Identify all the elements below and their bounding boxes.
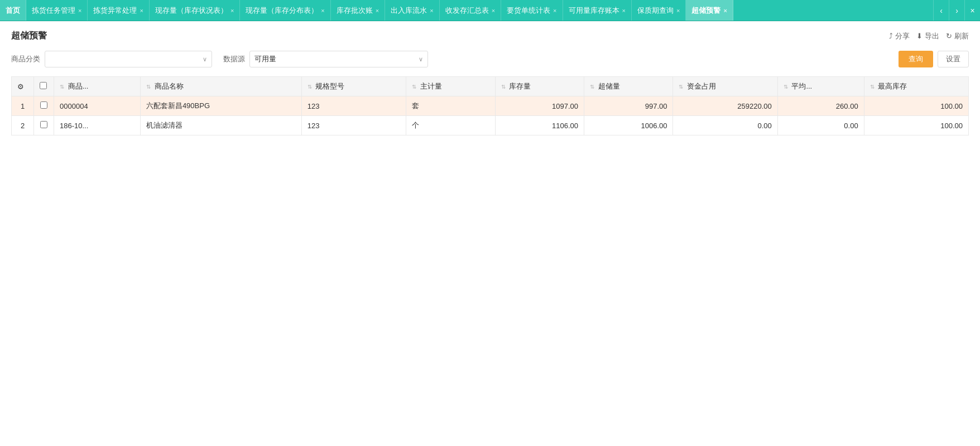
col-over-qty[interactable]: ⇅ 超储量 xyxy=(584,77,672,96)
settings-button[interactable]: 设置 xyxy=(938,51,969,67)
close-tab-1[interactable]: × xyxy=(78,7,81,14)
sort-icon: ⇅ xyxy=(870,84,875,90)
nav-tab-11[interactable]: 超储预警 × xyxy=(686,0,733,21)
sort-icon: ⇅ xyxy=(308,84,312,90)
capital-used-cell: 259220.00 xyxy=(673,96,777,116)
col-product-code[interactable]: ⇅ 商品... xyxy=(54,77,141,96)
sort-icon: ⇅ xyxy=(60,84,64,90)
row-num: 1 xyxy=(12,96,34,116)
col-product-name[interactable]: ⇅ 商品名称 xyxy=(140,77,301,96)
over-qty-cell: 1006.00 xyxy=(584,116,672,135)
datasource-value: 可用量 xyxy=(254,54,276,64)
row-num: 2 xyxy=(12,116,34,135)
refresh-btn[interactable]: ↻ 刷新 xyxy=(946,31,969,41)
query-button[interactable]: 查询 xyxy=(899,51,933,67)
sort-icon: ⇅ xyxy=(412,84,416,90)
nav-tab-8[interactable]: 要货单统计表 × xyxy=(501,0,563,21)
category-select[interactable]: ∨ xyxy=(45,51,212,67)
close-tab-4[interactable]: × xyxy=(321,7,324,14)
nav-prev-btn[interactable]: ‹ xyxy=(933,0,949,21)
close-tab-2[interactable]: × xyxy=(140,7,143,14)
col-capital-used[interactable]: ⇅ 资金占用 xyxy=(673,77,777,96)
col-gear[interactable]: ⚙ xyxy=(12,77,34,96)
close-tab-10[interactable]: × xyxy=(676,7,680,14)
close-tab-6[interactable]: × xyxy=(430,7,433,14)
select-all-checkbox[interactable] xyxy=(40,82,47,89)
filter-actions: 查询 设置 xyxy=(899,51,969,67)
max-stock-cell: 100.00 xyxy=(864,96,968,116)
refresh-icon: ↻ xyxy=(946,32,952,40)
nav-tab-9[interactable]: 可用量库存账本 × xyxy=(563,0,632,21)
close-tab-11[interactable]: × xyxy=(723,7,727,14)
col-spec[interactable]: ⇅ 规格型号 xyxy=(301,77,406,96)
row-checkbox[interactable] xyxy=(40,121,47,128)
category-label: 商品分类 xyxy=(11,54,40,64)
nav-tab-4[interactable]: 现存量（库存分布表） × xyxy=(240,0,330,21)
over-qty-cell: 997.00 xyxy=(584,96,672,116)
page-content: 超储预警 ⤴ 分享 ⬇ 导出 ↻ 刷新 商品分类 ∨ 数据源 xyxy=(0,21,980,446)
spec-cell: 123 xyxy=(301,96,406,116)
nav-tab-6[interactable]: 出入库流水 × xyxy=(385,0,439,21)
datasource-chevron-down-icon: ∨ xyxy=(419,56,423,63)
product-code-cell: 186-10... xyxy=(54,116,141,135)
col-unit[interactable]: ⇅ 主计量 xyxy=(406,77,495,96)
table-header: ⚙ ⇅ 商品... ⇅ 商品名称 ⇅ 规格型号 ⇅ xyxy=(12,77,969,96)
sort-icon: ⇅ xyxy=(146,84,151,90)
nav-tab-1[interactable]: 拣货任务管理 × xyxy=(26,0,88,21)
spec-cell: 123 xyxy=(301,116,406,135)
avg-cell: 0.00 xyxy=(777,116,864,135)
col-checkbox xyxy=(34,77,54,96)
close-tab-3[interactable]: × xyxy=(230,7,234,14)
category-filter: 商品分类 ∨ xyxy=(11,51,212,67)
row-checkbox-cell xyxy=(34,116,54,135)
unit-cell: 个 xyxy=(406,116,495,135)
product-code-cell: 0000004 xyxy=(54,96,141,116)
datasource-select[interactable]: 可用量 ∨ xyxy=(249,51,428,67)
export-btn[interactable]: ⬇ 导出 xyxy=(916,31,939,41)
export-icon: ⬇ xyxy=(916,32,923,40)
nav-tab-2[interactable]: 拣货异常处理 × xyxy=(88,0,149,21)
datasource-filter: 数据源 可用量 ∨ xyxy=(223,51,428,67)
page-title: 超储预警 xyxy=(11,30,47,42)
product-name-cell: 机油滤清器 xyxy=(140,116,301,135)
table-row: 2 186-10... 机油滤清器 123 个 1106.00 1006.00 … xyxy=(12,116,969,135)
data-table: ⚙ ⇅ 商品... ⇅ 商品名称 ⇅ 规格型号 ⇅ xyxy=(11,76,969,135)
category-chevron-down-icon: ∨ xyxy=(203,56,207,63)
close-tab-9[interactable]: × xyxy=(622,7,626,14)
nav-close-btn[interactable]: × xyxy=(964,0,980,21)
datasource-label: 数据源 xyxy=(223,54,245,64)
stock-qty-cell: 1106.00 xyxy=(495,116,584,135)
nav-tab-7[interactable]: 收发存汇总表 × xyxy=(440,0,501,21)
close-tab-5[interactable]: × xyxy=(376,7,379,14)
nav-tab-home[interactable]: 首页 xyxy=(0,0,26,21)
col-max-stock[interactable]: ⇅ 最高库存 xyxy=(864,77,968,96)
header-actions: ⤴ 分享 ⬇ 导出 ↻ 刷新 xyxy=(889,31,969,41)
nav-arrows: ‹ › × xyxy=(933,0,980,21)
filter-row: 商品分类 ∨ 数据源 可用量 ∨ 查询 设置 xyxy=(11,51,969,67)
nav-tab-10[interactable]: 保质期查询 × xyxy=(632,0,686,21)
unit-cell: 套 xyxy=(406,96,495,116)
row-checkbox[interactable] xyxy=(40,101,47,109)
sort-icon: ⇅ xyxy=(501,84,506,90)
nav-tab-3[interactable]: 现存量（库存状况表） × xyxy=(150,0,240,21)
share-icon: ⤴ xyxy=(889,32,893,40)
max-stock-cell: 100.00 xyxy=(864,116,968,135)
nav-next-btn[interactable]: › xyxy=(949,0,964,21)
gear-icon: ⚙ xyxy=(17,83,24,91)
col-stock-qty[interactable]: ⇅ 库存量 xyxy=(495,77,584,96)
sort-icon: ⇅ xyxy=(784,84,788,90)
table-body: 1 0000004 六配套新昌490BPG 123 套 1097.00 997.… xyxy=(12,96,969,135)
page-header: 超储预警 ⤴ 分享 ⬇ 导出 ↻ 刷新 xyxy=(11,30,969,42)
sort-icon: ⇅ xyxy=(590,84,594,90)
capital-used-cell: 0.00 xyxy=(673,116,777,135)
col-avg[interactable]: ⇅ 平均... xyxy=(777,77,864,96)
row-checkbox-cell xyxy=(34,96,54,116)
close-tab-8[interactable]: × xyxy=(553,7,556,14)
sort-icon: ⇅ xyxy=(679,84,683,90)
table-row: 1 0000004 六配套新昌490BPG 123 套 1097.00 997.… xyxy=(12,96,969,116)
nav-tab-5[interactable]: 库存批次账 × xyxy=(331,0,385,21)
stock-qty-cell: 1097.00 xyxy=(495,96,584,116)
share-btn[interactable]: ⤴ 分享 xyxy=(889,31,910,41)
avg-cell: 260.00 xyxy=(777,96,864,116)
close-tab-7[interactable]: × xyxy=(492,7,495,14)
